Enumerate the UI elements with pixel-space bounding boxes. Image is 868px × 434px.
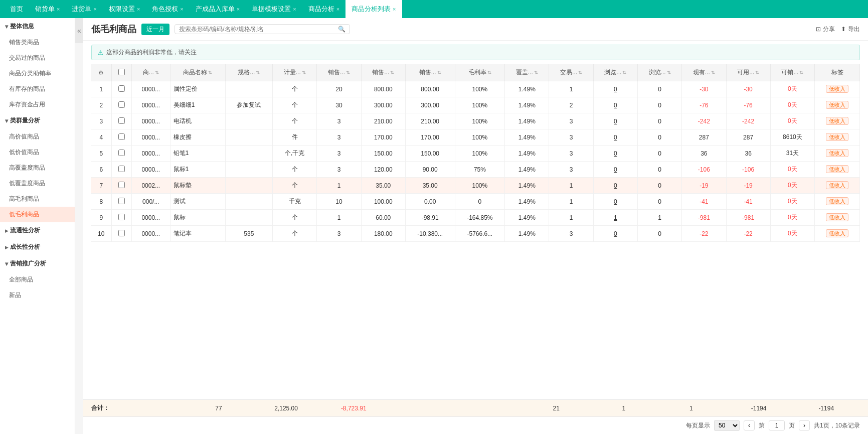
row-name[interactable]: 鼠标垫 [170, 178, 225, 194]
row-name[interactable]: 笔记本 [170, 226, 225, 242]
row-browse1[interactable]: 0 [593, 178, 637, 194]
sidebar-item-category-assist-rate[interactable]: 商品分类助销率 [0, 66, 75, 81]
sidebar-item-high-value[interactable]: 高价值商品 [0, 129, 75, 144]
sort-unit-icon[interactable]: ⇅ [302, 70, 306, 75]
sort-browse2-icon[interactable]: ⇅ [667, 70, 671, 75]
sidebar-section-circulation[interactable]: ▸ 流通性分析 [0, 222, 75, 239]
share-button[interactable]: ⊡ 分享 [816, 25, 835, 34]
top-navigation: 首页 销货单 × 进货单 × 权限设置 × 角色授权 × 产成品入库单 × 单据… [0, 0, 868, 18]
sidebar-section-marketing[interactable]: ▾ 营销推广分析 [0, 255, 75, 272]
row-no: 7 [91, 178, 111, 194]
close-sales-order-icon[interactable]: × [57, 6, 60, 12]
sidebar-section-overview[interactable]: ▾ 整体信息 [0, 18, 75, 35]
sidebar-item-inventory-capital[interactable]: 库存资金占用 [0, 97, 75, 112]
next-page-button[interactable]: › [799, 420, 810, 430]
close-product-analysis-icon[interactable]: × [336, 6, 339, 12]
row-unit: 件 [273, 129, 317, 146]
row-name[interactable]: 测试 [170, 194, 225, 210]
sidebar-item-low-value[interactable]: 低价值商品 [0, 144, 75, 160]
row-browse1[interactable]: 0 [593, 97, 637, 113]
sort-name-icon[interactable]: ⇅ [208, 70, 212, 75]
close-purchase-order-icon[interactable]: × [93, 6, 96, 12]
export-button[interactable]: ⬆ 导出 [841, 25, 860, 34]
sort-sale-amount-icon[interactable]: ⇅ [390, 70, 394, 75]
search-input[interactable] [179, 26, 338, 33]
sidebar-section-growth[interactable]: ▸ 成长性分析 [0, 239, 75, 255]
sort-code-icon[interactable]: ⇅ [155, 70, 159, 75]
sidebar-item-in-stock-products[interactable]: 有库存的商品 [0, 81, 75, 97]
sidebar-collapse-button[interactable]: « [75, 18, 83, 43]
filter-recent-month-button[interactable]: 近一月 [141, 24, 169, 35]
row-browse1[interactable]: 0 [593, 226, 637, 242]
sidebar-item-high-profit[interactable]: 高毛利商品 [0, 191, 75, 207]
row-browse1[interactable]: 0 [593, 194, 637, 210]
sidebar-item-low-profit[interactable]: 低毛利商品 [0, 207, 75, 222]
sort-browse1-icon[interactable]: ⇅ [622, 70, 626, 75]
row-select-checkbox[interactable] [118, 198, 125, 204]
row-browse1[interactable]: 0 [593, 113, 637, 129]
sidebar-item-traded-products[interactable]: 交易过的商品 [0, 50, 75, 66]
col-settings[interactable]: ⚙ [91, 64, 111, 81]
sidebar-item-low-coverage[interactable]: 低覆盖度商品 [0, 176, 75, 191]
row-select-checkbox[interactable] [118, 101, 125, 108]
prev-page-button[interactable]: ‹ [744, 420, 755, 430]
row-browse1[interactable]: 0 [593, 129, 637, 146]
row-unit: 个 [273, 210, 317, 226]
sort-available-icon[interactable]: ⇅ [755, 70, 759, 75]
close-product-analysis-list-icon[interactable]: × [393, 6, 396, 12]
row-select-checkbox[interactable] [118, 230, 125, 236]
nav-product-analysis[interactable]: 商品分析 × [302, 0, 345, 18]
search-icon[interactable]: 🔍 [338, 26, 345, 33]
sidebar-item-new-products[interactable]: 新品 [0, 287, 75, 303]
sort-spec-icon[interactable]: ⇅ [256, 70, 260, 75]
nav-sales-order[interactable]: 销货单 × [29, 0, 66, 18]
row-no: 1 [91, 81, 111, 97]
sort-gross-margin-icon[interactable]: ⇅ [487, 70, 491, 75]
row-name[interactable]: 吴细细1 [170, 97, 225, 113]
row-browse1[interactable]: 1 [593, 210, 637, 226]
sidebar-item-sales-products[interactable]: 销售类商品 [0, 35, 75, 50]
row-unit: 千克 [273, 194, 317, 210]
row-select-checkbox[interactable] [118, 85, 125, 92]
row-name[interactable]: 电话机 [170, 113, 225, 129]
nav-home[interactable]: 首页 [4, 0, 29, 18]
row-name[interactable]: 铅笔1 [170, 146, 225, 162]
close-permission-icon[interactable]: × [137, 6, 140, 12]
close-role-auth-icon[interactable]: × [180, 6, 183, 12]
sort-sale-qty-icon[interactable]: ⇅ [346, 70, 350, 75]
sidebar-item-high-coverage[interactable]: 高覆盖度商品 [0, 160, 75, 176]
sidebar-section-cluster-analysis[interactable]: ▾ 类群量分析 [0, 112, 75, 129]
sort-current-stock-icon[interactable]: ⇅ [711, 70, 715, 75]
page-number-input[interactable] [769, 420, 785, 430]
table-header-row: ⚙ 商...⇅ 商品名称⇅ 规格...⇅ 计量...⇅ 销售...⇅ 销售...… [91, 64, 860, 81]
row-select-checkbox[interactable] [118, 117, 125, 124]
row-name[interactable]: 橡皮擦 [170, 129, 225, 146]
row-browse1[interactable]: 0 [593, 81, 637, 97]
sidebar-item-all-products[interactable]: 全部商品 [0, 272, 75, 287]
nav-permission-settings[interactable]: 权限设置 × [103, 0, 146, 18]
sort-coverage-icon[interactable]: ⇅ [534, 70, 538, 75]
sort-saleable-icon[interactable]: ⇅ [799, 70, 803, 75]
select-all-checkbox[interactable] [118, 69, 125, 75]
nav-doc-template[interactable]: 单据模板设置 × [246, 0, 302, 18]
row-browse1[interactable]: 0 [593, 146, 637, 162]
row-name[interactable]: 鼠标 [170, 210, 225, 226]
close-doc-template-icon[interactable]: × [293, 6, 296, 12]
sort-trade-count-icon[interactable]: ⇅ [578, 70, 582, 75]
row-select-checkbox[interactable] [118, 166, 125, 172]
row-select-checkbox[interactable] [118, 150, 125, 156]
sort-sale-profit-icon[interactable]: ⇅ [437, 70, 441, 75]
nav-role-auth[interactable]: 角色授权 × [146, 0, 189, 18]
row-name[interactable]: 鼠标1 [170, 162, 225, 178]
per-page-select[interactable]: 50 20 100 [714, 420, 740, 431]
nav-product-analysis-list[interactable]: 商品分析列表 × [345, 0, 402, 18]
row-select-checkbox[interactable] [118, 214, 125, 220]
row-name[interactable]: 属性定价 [170, 81, 225, 97]
nav-purchase-order[interactable]: 进货单 × [66, 0, 102, 18]
nav-product-inbound[interactable]: 产成品入库单 × [190, 0, 246, 18]
row-browse1[interactable]: 0 [593, 162, 637, 178]
row-select-checkbox[interactable] [118, 182, 125, 188]
close-product-inbound-icon[interactable]: × [237, 6, 240, 12]
row-select-checkbox[interactable] [118, 133, 125, 140]
row-unit: 个 [273, 113, 317, 129]
